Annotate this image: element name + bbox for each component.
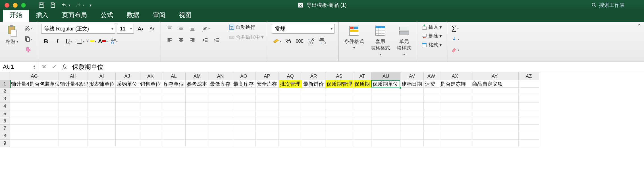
cell-AW6[interactable] <box>424 117 439 125</box>
save-icon[interactable] <box>50 2 56 8</box>
cell-AP1[interactable]: 安全库存 <box>255 80 279 88</box>
row-header-4[interactable]: 4 <box>0 103 10 110</box>
cell-AJ5[interactable] <box>116 110 139 117</box>
cell-AH7[interactable] <box>59 125 88 132</box>
cell-AQ9[interactable] <box>279 140 302 147</box>
cell-AT5[interactable] <box>353 110 371 117</box>
cell-AS3[interactable] <box>325 95 353 103</box>
bold-button[interactable]: B <box>41 37 51 46</box>
cell-AP3[interactable] <box>255 95 279 103</box>
cell-AI4[interactable] <box>88 103 116 110</box>
cell-AH3[interactable] <box>59 95 88 103</box>
cell-AH6[interactable] <box>59 117 88 125</box>
cell-AM7[interactable] <box>186 125 209 132</box>
cell-AY4[interactable] <box>471 103 519 110</box>
cell-AG1[interactable]: 辅计量4是否包装单位 <box>10 80 59 88</box>
col-header-AV[interactable]: AV <box>400 72 424 80</box>
cell-AS2[interactable] <box>325 88 353 95</box>
cell-AX5[interactable] <box>439 110 471 117</box>
number-format-select[interactable]: 常规▾ <box>272 24 335 34</box>
cell-AS7[interactable] <box>325 125 353 132</box>
sheet-search-input[interactable] <box>599 2 639 8</box>
align-top-button[interactable] <box>165 24 174 32</box>
autosave-icon[interactable] <box>38 2 45 8</box>
cell-AO8[interactable] <box>232 132 255 140</box>
cell-AG2[interactable] <box>10 88 59 95</box>
cell-AO1[interactable]: 最高库存 <box>232 80 255 88</box>
cell-AU5[interactable] <box>371 110 400 117</box>
align-left-button[interactable] <box>165 36 174 44</box>
clear-button[interactable]: ▾ <box>450 46 460 54</box>
col-header-AO[interactable]: AO <box>232 72 255 80</box>
increase-decimal-button[interactable]: ←.0.00 <box>306 37 316 46</box>
cell-AG9[interactable] <box>10 140 59 147</box>
orientation-button[interactable]: ab▾ <box>201 24 210 32</box>
cell-AL1[interactable]: 库存单位 <box>162 80 186 88</box>
fill-button[interactable]: ▾ <box>450 35 460 43</box>
cell-AQ6[interactable] <box>279 117 302 125</box>
format-as-table-button[interactable]: 套用 表格格式▾ <box>369 24 392 57</box>
enter-formula-button[interactable]: ✓ <box>52 63 57 71</box>
wrap-text-button[interactable]: 自动换行 <box>228 24 255 30</box>
align-middle-button[interactable] <box>176 24 186 32</box>
cell-AU7[interactable] <box>371 125 400 132</box>
cell-AO6[interactable] <box>232 117 255 125</box>
cell-AQ1[interactable]: 批次管理 <box>279 80 302 88</box>
col-header-AJ[interactable]: AJ <box>116 72 139 80</box>
cell-AY3[interactable] <box>471 95 519 103</box>
cell-AW3[interactable] <box>424 95 439 103</box>
cell-AI9[interactable] <box>88 140 116 147</box>
cell-AK6[interactable] <box>139 117 162 125</box>
cell-AY7[interactable] <box>471 125 519 132</box>
cell-AW2[interactable] <box>424 88 439 95</box>
cell-AI6[interactable] <box>88 117 116 125</box>
cell-AK8[interactable] <box>139 132 162 140</box>
col-header-AT[interactable]: AT <box>353 72 371 80</box>
cell-AO4[interactable] <box>232 103 255 110</box>
cell-AY5[interactable] <box>471 110 519 117</box>
cell-AH2[interactable] <box>59 88 88 95</box>
cell-AV6[interactable] <box>400 117 424 125</box>
tab-page-layout[interactable]: 页面布局 <box>55 9 94 22</box>
minimize-window-button[interactable] <box>13 3 18 8</box>
delete-cells-button[interactable]: 删除▾ <box>421 33 442 39</box>
fx-icon[interactable]: fx <box>61 64 70 70</box>
cell-AJ6[interactable] <box>116 117 139 125</box>
cell-AU2[interactable] <box>371 88 400 95</box>
cell-AR5[interactable] <box>302 110 325 117</box>
cell-AS9[interactable] <box>325 140 353 147</box>
cell-AL8[interactable] <box>162 132 186 140</box>
cell-AX8[interactable] <box>439 132 471 140</box>
row-headers[interactable]: 123456789 <box>0 80 10 147</box>
cell-AJ1[interactable]: 采购单位 <box>116 80 139 88</box>
cell-AX3[interactable] <box>439 95 471 103</box>
cell-AN1[interactable]: 最低库存 <box>209 80 232 88</box>
cell-AT9[interactable] <box>353 140 371 147</box>
cell-AW5[interactable] <box>424 110 439 117</box>
cell-AW7[interactable] <box>424 125 439 132</box>
cell-AK1[interactable]: 销售单位 <box>139 80 162 88</box>
cell-AQ2[interactable] <box>279 88 302 95</box>
cell-AS4[interactable] <box>325 103 353 110</box>
conditional-format-button[interactable]: 条件格式▾ <box>343 24 365 50</box>
copy-button[interactable]: ▾ <box>23 35 33 43</box>
cell-AY9[interactable] <box>471 140 519 147</box>
cell-AI5[interactable] <box>88 110 116 117</box>
name-box-stepper[interactable]: ▴▾ <box>34 64 35 69</box>
font-color-button[interactable]: A▾ <box>98 37 108 46</box>
cell-AH1[interactable]: 辅计量4条码 <box>59 80 88 88</box>
row-header-5[interactable]: 5 <box>0 110 10 117</box>
cell-AX6[interactable] <box>439 117 471 125</box>
col-header-AN[interactable]: AN <box>209 72 232 80</box>
phonetic-button[interactable]: abcA▾ <box>109 37 119 46</box>
col-header-AG[interactable]: AG <box>10 72 59 80</box>
close-window-button[interactable] <box>5 3 9 8</box>
border-button[interactable]: ▾ <box>75 37 85 46</box>
cell-AG4[interactable] <box>10 103 59 110</box>
col-header-AP[interactable]: AP <box>255 72 279 80</box>
cell-AG6[interactable] <box>10 117 59 125</box>
cell-AR3[interactable] <box>302 95 325 103</box>
cell-AZ6[interactable] <box>519 117 539 125</box>
cell-AT3[interactable] <box>353 95 371 103</box>
redo-button[interactable]: ▾ <box>75 2 84 8</box>
